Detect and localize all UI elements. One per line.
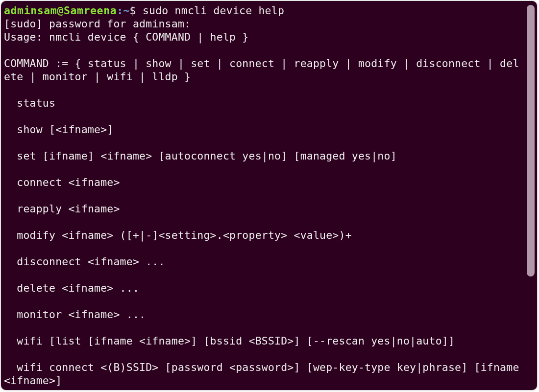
out-line: disconnect <ifname> ... xyxy=(4,255,165,268)
out-line: set [ifname] <ifname> [autoconnect yes|n… xyxy=(4,150,397,162)
scrollbar-track[interactable] xyxy=(526,3,535,370)
terminal-output[interactable]: adminsam@Samreena:~$ sudo nmcli device h… xyxy=(4,1,523,390)
prompt-path: ~ xyxy=(123,4,129,17)
out-line: [sudo] password for adminsam: xyxy=(4,18,191,30)
out-line: modify <ifname> ([+|-]<setting>.<propert… xyxy=(4,229,352,241)
out-line: wifi connect <(B)SSID> [password <passwo… xyxy=(4,361,526,387)
out-line: connect <ifname> xyxy=(4,176,120,188)
out-line: Usage: nmcli device { COMMAND | help } xyxy=(4,31,248,43)
command-text[interactable]: sudo nmcli device help xyxy=(143,4,284,17)
prompt-sep: : xyxy=(117,4,123,17)
out-line: reapply <ifname> xyxy=(4,203,120,215)
out-line: status xyxy=(4,97,55,109)
out-line: delete <ifname> ... xyxy=(4,282,139,294)
prompt-dollar: $ xyxy=(130,4,136,17)
prompt-user-host: adminsam@Samreena xyxy=(4,4,117,17)
scrollbar-thumb[interactable] xyxy=(527,5,535,277)
out-line: COMMAND := { status | show | set | conne… xyxy=(4,57,519,83)
out-line: monitor <ifname> ... xyxy=(4,308,146,321)
out-line: wifi [list [ifname <ifname>] [bssid <BSS… xyxy=(4,335,455,347)
command-input[interactable] xyxy=(136,4,143,17)
terminal-window: adminsam@Samreena:~$ sudo nmcli device h… xyxy=(1,1,537,390)
out-line: show [<ifname>] xyxy=(4,123,113,136)
